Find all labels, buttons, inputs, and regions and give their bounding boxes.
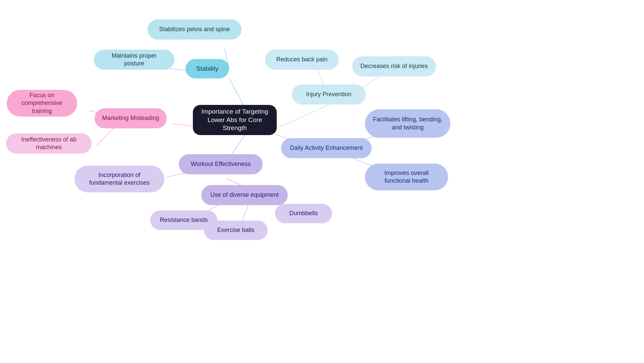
marketing-node: Marketing Misleading (95, 108, 167, 128)
maintains-label: Maintains proper posture (101, 52, 167, 68)
ineffective-label: Ineffectiveness of ab machines (13, 136, 84, 152)
stability-node: Stability (185, 59, 229, 78)
facilitates-node: Facilitates lifting, bending, and twisti… (365, 109, 450, 138)
reduces-node: Reduces back pain (265, 50, 339, 70)
focus-node: Focus on comprehensive training (7, 90, 77, 117)
marketing-label: Marketing Misleading (102, 114, 159, 122)
injury-node: Injury Prevention (292, 84, 366, 105)
incorporation-label: Incorporation of fundamental exercises (82, 171, 157, 187)
stability-label: Stability (196, 65, 219, 73)
stabilizes-label: Stabilizes pelvis and spine (159, 25, 230, 33)
reduces-label: Reduces back pain (276, 56, 327, 63)
stabilizes-node: Stabilizes pelvis and spine (148, 19, 241, 40)
dumbbells-label: Dumbbells (289, 209, 318, 217)
svg-line-3 (278, 102, 335, 127)
center-node: Importance of Targeting Lower Abs for Co… (193, 105, 277, 135)
daily-label: Daily Activity Enhancement (290, 144, 363, 152)
diverse-node: Use of diverse equipment (201, 185, 288, 205)
facilitates-label: Facilitates lifting, bending, and twisti… (372, 116, 443, 131)
daily-node: Daily Activity Enhancement (281, 138, 372, 158)
improves-node: Improves overall functional health (365, 164, 448, 190)
exercise-node: Exercise balls (204, 221, 268, 240)
center-label: Importance of Targeting Lower Abs for Co… (200, 108, 269, 132)
focus-label: Focus on comprehensive training (14, 92, 70, 115)
workout-node: Workout Effectiveness (179, 154, 263, 174)
maintains-node: Maintains proper posture (94, 50, 174, 70)
improves-label: Improves overall functional health (372, 169, 441, 185)
decreases-label: Decreases risk of injuries (360, 62, 428, 70)
incorporation-node: Incorporation of fundamental exercises (74, 166, 164, 192)
injury-label: Injury Prevention (306, 90, 351, 98)
dumbbells-node: Dumbbells (275, 204, 332, 223)
decreases-node: Decreases risk of injuries (352, 56, 436, 76)
ineffective-node: Ineffectiveness of ab machines (6, 133, 92, 154)
resistance-label: Resistance bands (160, 216, 208, 224)
exercise-label: Exercise balls (217, 226, 254, 234)
diverse-label: Use of diverse equipment (210, 191, 279, 199)
workout-label: Workout Effectiveness (191, 160, 251, 168)
